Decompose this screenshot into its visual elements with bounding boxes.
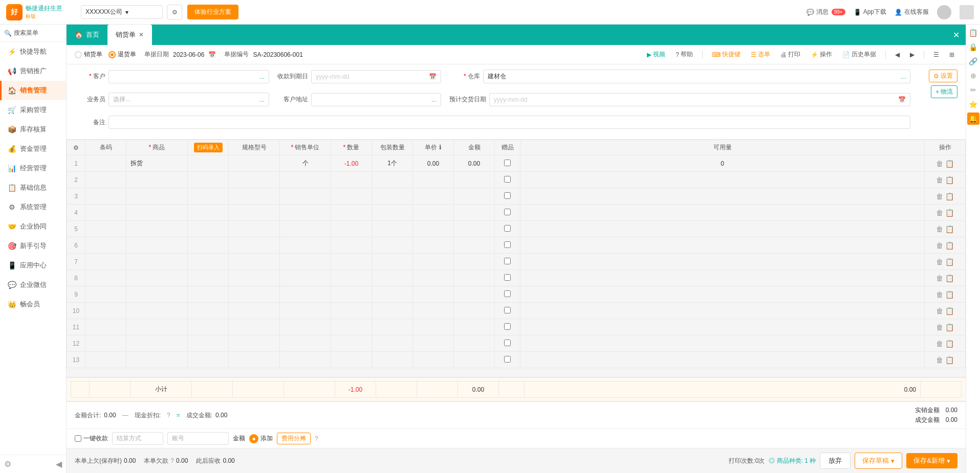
app-download-button[interactable]: 📱 App下载 — [854, 8, 886, 16]
history-button[interactable]: 📄 历史单据 — [839, 49, 879, 60]
gift-cell[interactable] — [495, 319, 520, 335]
qty-cell[interactable] — [331, 188, 372, 205]
expected-date-calendar-icon[interactable]: 📅 — [898, 96, 906, 103]
pkg-qty-cell[interactable] — [372, 237, 413, 254]
sidebar-item-sales[interactable]: 🏠 销售管理 — [0, 81, 66, 100]
product-cell[interactable] — [126, 221, 188, 237]
gift-checkbox[interactable] — [504, 290, 511, 297]
sidebar-item-wechat[interactable]: 💬 企业微信 — [0, 275, 66, 295]
unit-price-cell[interactable] — [413, 254, 454, 270]
settings-button[interactable]: ⚙ 设置 — [929, 70, 957, 82]
sidebar-item-operations[interactable]: 📊 经营管理 — [0, 159, 66, 178]
company-select[interactable]: XXXXXX公司 ▾ — [81, 5, 163, 19]
amount-cell[interactable] — [454, 205, 495, 221]
one-key-payment-checkbox[interactable]: 一键收款 — [75, 434, 108, 443]
qty-cell[interactable] — [331, 335, 372, 352]
right-panel-lock-icon[interactable]: 🔒 — [967, 41, 979, 53]
payment-due-calendar-icon[interactable]: 📅 — [429, 73, 437, 80]
abandon-button[interactable]: 放弃 — [820, 453, 851, 469]
product-cell[interactable] — [126, 237, 188, 254]
qty-cell[interactable] — [331, 172, 372, 188]
pkg-qty-cell[interactable] — [372, 188, 413, 205]
logistics-button[interactable]: + 物流 — [931, 85, 957, 98]
sidebar-item-inventory[interactable]: 📦 库存核算 — [0, 120, 66, 139]
avatar[interactable] — [937, 5, 951, 19]
pkg-qty-cell[interactable] — [372, 172, 413, 188]
product-cell[interactable] — [126, 352, 188, 368]
amount-cell[interactable] — [454, 221, 495, 237]
warehouse-input[interactable]: 建材仓 ... — [483, 70, 910, 83]
sidebar-item-base[interactable]: 📋 基础信息 — [0, 178, 66, 197]
scan-button[interactable]: 扫码录入 — [194, 143, 223, 152]
gift-checkbox[interactable] — [504, 340, 511, 346]
delete-icon[interactable]: 🗑 — [936, 192, 943, 200]
delete-icon[interactable]: 🗑 — [936, 176, 943, 184]
unit-price-cell[interactable] — [413, 286, 454, 303]
gift-checkbox[interactable] — [504, 307, 511, 313]
gift-cell[interactable] — [495, 286, 520, 303]
right-panel-edit-icon[interactable]: ✏ — [967, 84, 979, 96]
product-cell[interactable] — [126, 188, 188, 205]
payment-due-input[interactable]: yyyy-mm-dd 📅 — [311, 70, 441, 83]
settings-icon[interactable]: ⚙ — [167, 5, 182, 20]
gift-checkbox[interactable] — [504, 176, 511, 183]
right-panel-add-icon[interactable]: ⊕ — [967, 70, 979, 82]
tab-home[interactable]: 🏠 首页 — [67, 25, 107, 45]
gift-cell[interactable] — [495, 270, 520, 286]
copy-icon[interactable]: 📋 — [945, 307, 954, 315]
spec-cell[interactable] — [229, 172, 280, 188]
add-payment-button[interactable]: ● — [249, 434, 258, 443]
amount-cell[interactable] — [454, 254, 495, 270]
radio-sales-order[interactable]: 销货单 — [75, 50, 102, 59]
sidebar-item-quick-nav[interactable]: ⚡ 快捷导航 — [0, 42, 66, 61]
pkg-qty-cell[interactable] — [372, 352, 413, 368]
search-menu[interactable]: 🔍 搜索菜单 — [0, 25, 66, 42]
pkg-qty-cell[interactable] — [372, 205, 413, 221]
calendar-icon[interactable]: 📅 — [208, 51, 216, 58]
qty-cell[interactable] — [331, 270, 372, 286]
unit-cell[interactable] — [280, 286, 331, 303]
unit-price-cell[interactable] — [413, 270, 454, 286]
unit-price-cell[interactable]: 0.00 — [413, 155, 454, 172]
view-grid-button[interactable]: ⊞ — [946, 50, 957, 59]
print-button[interactable]: 🖨 打印 — [777, 49, 803, 60]
customer-dots[interactable]: ... — [259, 73, 265, 80]
barcode-cell[interactable] — [85, 221, 126, 237]
delete-icon[interactable]: 🗑 — [936, 258, 943, 266]
amount-cell[interactable]: 0.00 — [454, 155, 495, 172]
select-order-button[interactable]: ☰ 选单 — [748, 49, 773, 60]
sidebar-item-member[interactable]: 👑 畅会员 — [0, 295, 66, 314]
right-panel-bell-icon[interactable]: 🔔 — [967, 112, 979, 125]
gift-cell[interactable] — [495, 188, 520, 205]
unit-cell[interactable] — [280, 303, 331, 319]
barcode-cell[interactable] — [85, 237, 126, 254]
pkg-qty-cell[interactable] — [372, 319, 413, 335]
product-cell[interactable] — [126, 286, 188, 303]
spec-cell[interactable] — [229, 221, 280, 237]
amount-cell[interactable] — [454, 335, 495, 352]
unit-cell[interactable] — [280, 188, 331, 205]
qty-cell[interactable] — [331, 254, 372, 270]
gift-cell[interactable] — [495, 221, 520, 237]
barcode-cell[interactable] — [85, 254, 126, 270]
gift-checkbox[interactable] — [504, 323, 511, 330]
gift-cell[interactable] — [495, 237, 520, 254]
gift-checkbox[interactable] — [504, 241, 511, 248]
gift-checkbox[interactable] — [504, 160, 511, 166]
unit-price-cell[interactable] — [413, 205, 454, 221]
unit-cell[interactable] — [280, 335, 331, 352]
unit-price-cell[interactable] — [413, 335, 454, 352]
sidebar-item-enterprise[interactable]: 🤝 企业协同 — [0, 217, 66, 236]
product-cell[interactable] — [126, 335, 188, 352]
unit-cell[interactable] — [280, 254, 331, 270]
sidebar-item-system[interactable]: ⚙ 系统管理 — [0, 197, 66, 217]
unit-cell[interactable] — [280, 172, 331, 188]
unit-price-cell[interactable] — [413, 188, 454, 205]
barcode-cell[interactable] — [85, 155, 126, 172]
product-cell[interactable]: 拆货 — [126, 155, 188, 172]
gift-checkbox[interactable] — [504, 209, 511, 215]
one-key-payment-check[interactable] — [75, 435, 81, 442]
qty-cell[interactable]: -1.00 — [331, 155, 372, 172]
expected-date-input[interactable]: yyyy-mm-dd 📅 — [489, 93, 910, 106]
gift-cell[interactable] — [495, 335, 520, 352]
